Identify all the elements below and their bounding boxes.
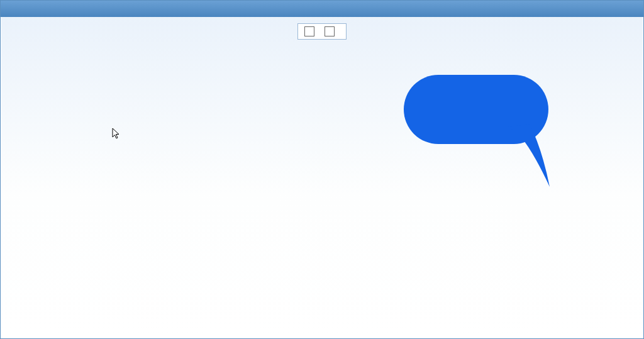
legend-swatch-b <box>325 26 335 36</box>
titlebar <box>1 1 643 17</box>
chart-area <box>1 17 643 338</box>
legend <box>297 23 347 40</box>
callout-tail-icon <box>504 124 561 193</box>
legend-swatch-a <box>304 26 314 36</box>
chart-window <box>0 0 644 339</box>
callout-bubble <box>404 75 548 144</box>
